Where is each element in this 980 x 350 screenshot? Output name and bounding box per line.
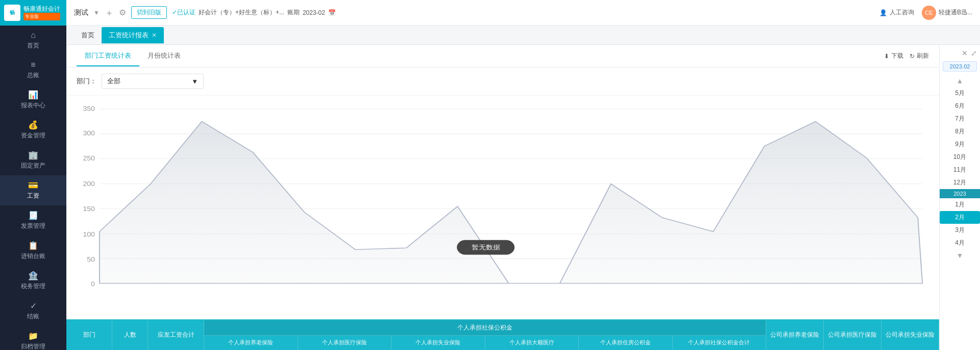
- month-8[interactable]: 8月: [940, 125, 980, 138]
- month-2023-4[interactable]: 4月: [940, 237, 980, 249]
- col-company-medical: 公司承担医疗保险: [824, 319, 881, 350]
- month-9[interactable]: 9月: [940, 138, 980, 151]
- subtabs-bar: 部门工资统计表 月份统计表 ⬇ 下载 ↻ 刷新: [66, 45, 939, 67]
- month-2023-2[interactable]: 2月: [940, 211, 980, 224]
- ledger-icon: ≡: [31, 60, 35, 69]
- subtabs-actions: ⬇ 下载 ↻ 刷新: [884, 52, 929, 60]
- sidebar-nav: ⌂ 首页 ≡ 总账 📊 报表中心 💰 资金管理 🏢 固定资产 💳 工资 🧾 发票…: [0, 26, 66, 350]
- refresh-icon: ↻: [910, 53, 915, 60]
- group-personal-insurance: 个人承担社保公积金 个人承担养老保险 个人承担医疗保险 个人承担失业保险 个人承…: [204, 320, 766, 349]
- sidebar-item-archive[interactable]: 📁 归档管理: [0, 326, 66, 350]
- sidebar-item-reports[interactable]: 📊 报表中心: [0, 85, 66, 115]
- sidebar-item-label: 总账: [27, 71, 39, 80]
- svg-text:暂无数据: 暂无数据: [472, 244, 500, 251]
- col-company-medical-label: 公司承担医疗保险: [828, 331, 877, 339]
- col-company-pension: 公司承担养老保险: [766, 319, 824, 350]
- col-personal-major-medical: 个人承担大额医疗: [485, 336, 579, 349]
- download-button[interactable]: ⬇ 下载: [884, 52, 903, 60]
- dept-select-arrow: ▼: [191, 78, 198, 85]
- month-11[interactable]: 11月: [940, 164, 980, 176]
- sidebar-item-salary[interactable]: 💳 工资: [0, 175, 66, 205]
- sidebar-item-funds[interactable]: 💰 资金管理: [0, 115, 66, 145]
- content-main: 部门工资统计表 月份统计表 ⬇ 下载 ↻ 刷新: [66, 45, 939, 350]
- help-button[interactable]: 👤 人工咨询: [879, 8, 914, 17]
- month-2023-1[interactable]: 1月: [940, 198, 980, 211]
- month-2023-3[interactable]: 3月: [940, 224, 980, 237]
- tab-close-button[interactable]: ✕: [152, 32, 157, 39]
- col-personal-medical: 个人承担医疗保险: [298, 336, 392, 349]
- avatar-text: CE: [925, 10, 933, 16]
- switch-version-button[interactable]: 切到旧版: [131, 6, 167, 19]
- sidebar-item-label: 报表中心: [21, 101, 45, 110]
- sidebar-item-label: 资金管理: [21, 131, 45, 140]
- reports-icon: 📊: [28, 90, 38, 100]
- period-label: 账期: [287, 8, 300, 17]
- period-value: 2023-02: [303, 9, 325, 16]
- sidebar-item-assets[interactable]: 🏢 固定资产: [0, 145, 66, 175]
- col-count-label: 人数: [124, 331, 136, 339]
- month-12[interactable]: 12月: [940, 176, 980, 189]
- chart-area: 350 300 250 200 150 100 50 0: [66, 96, 939, 319]
- sidebar-item-home[interactable]: ⌂ 首页: [0, 26, 66, 55]
- month-6[interactable]: 6月: [940, 100, 980, 112]
- logo-icon: 畅: [4, 5, 20, 21]
- nav-up-button[interactable]: ▲: [940, 75, 980, 87]
- dept-select[interactable]: 全部 ▼: [102, 74, 204, 89]
- content-area: 部门工资统计表 月份统计表 ⬇ 下载 ↻ 刷新: [66, 45, 980, 350]
- sidebar-item-sales[interactable]: 📋 进销台账: [0, 236, 66, 266]
- subtabs-left: 部门工资统计表 月份统计表: [77, 46, 189, 66]
- sales-icon: 📋: [28, 241, 38, 250]
- tab-salary-report[interactable]: 工资统计报表 ✕: [102, 27, 164, 43]
- month-10[interactable]: 10月: [940, 151, 980, 164]
- company-dropdown-arrow[interactable]: ▼: [93, 9, 100, 16]
- subtab-monthly[interactable]: 月份统计表: [139, 46, 189, 66]
- sidebar-item-label: 税务管理: [21, 282, 45, 291]
- sidebar-item-tax[interactable]: 🏦 税务管理: [0, 266, 66, 296]
- svg-text:100: 100: [83, 231, 95, 238]
- sidebar-item-checkout[interactable]: ✓ 结账: [0, 296, 66, 326]
- refresh-button[interactable]: ↻ 刷新: [910, 52, 929, 60]
- company-settings-button[interactable]: ⚙: [119, 8, 126, 17]
- tab-salary-report-label: 工资统计报表: [109, 31, 149, 40]
- subtab-monthly-label: 月份统计表: [148, 52, 181, 59]
- sidebar-item-ledger[interactable]: ≡ 总账: [0, 55, 66, 85]
- col-company-unemployment: 公司承担失业保险: [881, 319, 939, 350]
- dept-filter-label: 部门：: [77, 77, 96, 86]
- panel-expand-button[interactable]: ⤢: [971, 49, 977, 57]
- current-period-display[interactable]: 2023.02: [943, 61, 977, 72]
- assets-icon: 🏢: [28, 150, 38, 160]
- main-area: 测试 ▼ ＋ ⚙ 切到旧版 ✓已认证 好会计（专）+好生意（标）+... 账期 …: [66, 0, 980, 350]
- col-dept-label: 部门: [83, 331, 95, 339]
- tabbar: 首页 工资统计报表 ✕: [66, 26, 980, 45]
- year-2023-label: 2023: [940, 189, 980, 198]
- subtab-dept[interactable]: 部门工资统计表: [77, 46, 139, 66]
- help-label: 人工咨询: [890, 8, 914, 17]
- add-company-button[interactable]: ＋: [105, 7, 114, 19]
- checkout-icon: ✓: [30, 301, 37, 311]
- user-info[interactable]: CE 轻捷通B迅...: [922, 6, 972, 20]
- table-footer: 部门 人数 应发工资合计 个人承担社保公积金 个人承担养老保险 个人承担医疗保险: [66, 319, 939, 350]
- sidebar: 畅 畅康通好会计 专业版 ⌂ 首页 ≡ 总账 📊 报表中心 💰 资金管理 🏢 固…: [0, 0, 66, 350]
- calendar-icon[interactable]: 📅: [328, 9, 336, 16]
- tab-home-label: 首页: [81, 31, 94, 40]
- svg-text:50: 50: [87, 256, 95, 263]
- nav-down-button[interactable]: ▼: [940, 249, 980, 262]
- verified-badge: ✓已认证: [172, 8, 195, 17]
- username-label: 轻捷通B迅...: [939, 8, 972, 17]
- col-personal-unemployment: 个人承担失业保险: [391, 336, 485, 349]
- group-personal-insurance-cells: 个人承担养老保险 个人承担医疗保险 个人承担失业保险 个人承担大额医疗 个人承担…: [204, 336, 766, 349]
- month-7[interactable]: 7月: [940, 112, 980, 125]
- panel-close-button[interactable]: ✕: [962, 49, 968, 57]
- dept-select-value: 全部: [107, 77, 120, 86]
- logo-icon-text: 畅: [10, 9, 15, 16]
- svg-text:200: 200: [83, 180, 95, 188]
- download-icon: ⬇: [884, 53, 889, 60]
- refresh-label: 刷新: [917, 52, 929, 60]
- month-5[interactable]: 5月: [940, 87, 980, 100]
- logo-badge: 专业版: [23, 13, 60, 20]
- tab-home[interactable]: 首页: [74, 27, 102, 43]
- sidebar-item-invoice[interactable]: 🧾 发票管理: [0, 205, 66, 236]
- topbar: 测试 ▼ ＋ ⚙ 切到旧版 ✓已认证 好会计（专）+好生意（标）+... 账期 …: [66, 0, 980, 26]
- sidebar-item-label: 工资: [27, 192, 39, 200]
- salary-chart: 350 300 250 200 150 100 50 0: [77, 101, 929, 314]
